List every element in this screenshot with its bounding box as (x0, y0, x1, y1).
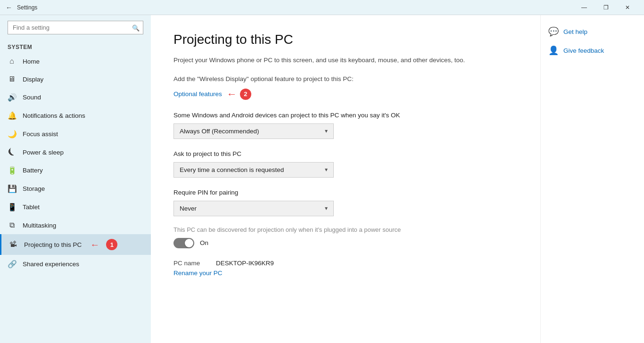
multitasking-icon: ⧉ (8, 221, 16, 229)
sidebar-item-tablet[interactable]: 📱 Tablet (0, 198, 151, 216)
ask-to-project-chevron: ▾ (325, 166, 328, 173)
title-bar-title: Settings (17, 4, 37, 11)
give-feedback-label: Give feedback (563, 47, 604, 54)
always-off-chevron: ▾ (325, 128, 328, 134)
require-pin-value: Never (180, 205, 197, 212)
sidebar-item-multitasking[interactable]: ⧉ Multitasking (0, 216, 151, 234)
projecting-icon: 📽 (9, 240, 17, 249)
sidebar-item-label-battery: Battery (23, 167, 43, 174)
sidebar-item-display[interactable]: 🖥 Display (0, 70, 151, 88)
window-controls: — ❐ ✕ (573, 0, 638, 15)
app-body: 🔍 System ⌂ Home 🖥 Display 🔊 Sound 🔔 Noti… (0, 15, 644, 343)
require-pin-section: Require PIN for pairing Never ▾ (173, 189, 518, 216)
power-toggle[interactable] (173, 238, 194, 248)
battery-icon: 🔋 (8, 166, 16, 175)
annotation-badge-2: 2 (240, 89, 251, 100)
rename-pc-link[interactable]: Rename your PC (173, 270, 518, 277)
sidebar-item-label-focus: Focus assist (23, 131, 58, 138)
pc-name-row: PC name DESKTOP-IK96KR9 (173, 260, 518, 267)
display-icon: 🖥 (8, 75, 16, 83)
get-help-icon: 💬 (548, 26, 559, 37)
always-off-dropdown[interactable]: Always Off (Recommended) ▾ (173, 123, 334, 139)
sidebar-item-battery[interactable]: 🔋 Battery (0, 161, 151, 180)
require-pin-dropdown[interactable]: Never ▾ (173, 201, 334, 216)
toggle-row: On (173, 238, 518, 248)
power-icon: ⏾ (8, 148, 16, 156)
ask-to-project-value: Every time a connection is requested (180, 166, 284, 173)
focus-icon: 🌙 (8, 130, 16, 139)
notifications-icon: 🔔 (8, 111, 16, 120)
right-panel: 💬 Get help 👤 Give feedback (540, 15, 644, 343)
sidebar-item-label-notifications: Notifications & actions (23, 112, 85, 119)
sidebar-item-notifications[interactable]: 🔔 Notifications & actions (0, 106, 151, 125)
maximize-button[interactable]: ❐ (595, 0, 617, 15)
page-title: Projecting to this PC (173, 32, 518, 47)
sidebar-item-label-tablet: Tablet (23, 204, 40, 211)
sidebar-item-label-shared: Shared experiences (23, 261, 79, 268)
wireless-display-note: Add the "Wireless Display" optional feat… (173, 74, 518, 84)
sidebar-item-label-multitasking: Multitasking (23, 222, 56, 229)
ask-to-project-section: Ask to project to this PC Every time a c… (173, 150, 518, 178)
sidebar-item-label-home: Home (23, 58, 40, 65)
pc-name-label: PC name (173, 260, 206, 267)
sound-icon: 🔊 (8, 93, 16, 102)
shared-icon: 🔗 (8, 260, 16, 269)
get-help-label: Get help (563, 28, 587, 35)
optional-features-arrow: ← (227, 88, 237, 100)
back-button[interactable]: ← (6, 4, 12, 11)
page-description: Project your Windows phone or PC to this… (173, 56, 518, 65)
annotation-badge-1: 1 (106, 239, 117, 250)
search-input[interactable] (8, 21, 143, 34)
projecting-arrow-left: ← (90, 239, 99, 250)
sidebar: 🔍 System ⌂ Home 🖥 Display 🔊 Sound 🔔 Noti… (0, 15, 151, 343)
search-container: 🔍 (8, 21, 143, 34)
sidebar-item-shared[interactable]: 🔗 Shared experiences (0, 255, 151, 273)
sidebar-item-focus[interactable]: 🌙 Focus assist (0, 125, 151, 143)
require-pin-chevron: ▾ (325, 205, 328, 212)
sidebar-item-label-sound: Sound (23, 94, 41, 101)
sidebar-item-projecting[interactable]: 📽 Projecting to this PC ← 1 (0, 234, 151, 255)
always-off-section: Some Windows and Android devices can pro… (173, 112, 518, 139)
title-bar: ← Settings — ❐ ✕ (0, 0, 644, 15)
require-pin-label: Require PIN for pairing (173, 189, 518, 196)
pc-name-value: DESKTOP-IK96KR9 (216, 260, 274, 267)
some-windows-note: Some Windows and Android devices can pro… (173, 112, 518, 119)
sidebar-item-label-display: Display (23, 76, 43, 83)
sidebar-item-power[interactable]: ⏾ Power & sleep (0, 143, 151, 161)
tablet-icon: 📱 (8, 203, 16, 212)
give-feedback-icon: 👤 (548, 45, 559, 56)
sidebar-item-storage[interactable]: 💾 Storage (0, 180, 151, 198)
power-source-note: This PC can be discovered for projection… (173, 226, 409, 234)
sidebar-item-sound[interactable]: 🔊 Sound (0, 88, 151, 106)
search-icon: 🔍 (132, 24, 140, 31)
close-button[interactable]: ✕ (617, 0, 638, 15)
sidebar-item-label-storage: Storage (23, 185, 45, 192)
give-feedback-item[interactable]: 👤 Give feedback (548, 45, 636, 56)
get-help-item[interactable]: 💬 Get help (548, 26, 636, 37)
sidebar-item-home[interactable]: ⌂ Home (0, 52, 151, 70)
always-off-value: Always Off (Recommended) (180, 128, 259, 135)
toggle-label: On (200, 239, 208, 246)
sidebar-section-label: System (0, 40, 151, 52)
sidebar-item-label-projecting: Projecting to this PC (24, 241, 82, 248)
optional-features-link[interactable]: Optional features (173, 90, 222, 98)
minimize-button[interactable]: — (573, 0, 595, 15)
ask-to-project-label: Ask to project to this PC (173, 150, 518, 157)
main-content: Projecting to this PC Project your Windo… (151, 15, 540, 343)
storage-icon: 💾 (8, 184, 16, 193)
toggle-thumb (185, 239, 193, 247)
sidebar-item-label-power: Power & sleep (23, 149, 64, 156)
ask-to-project-dropdown[interactable]: Every time a connection is requested ▾ (173, 162, 334, 178)
home-icon: ⌂ (8, 57, 16, 65)
